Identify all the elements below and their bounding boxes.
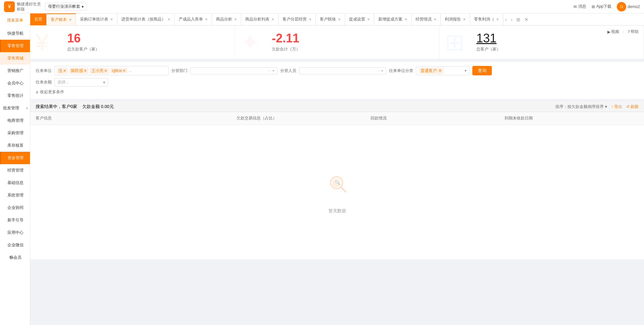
sidebar-search: 搜索菜单 bbox=[0, 13, 30, 27]
staff-actions: ··· ▾ bbox=[377, 69, 383, 73]
search-result-bar: 搜索结果中，客户0家 欠款金额 0.00元 排序：按欠款金额倒序排序 ▾ ↑ 导… bbox=[30, 102, 644, 112]
user-menu[interactable]: D demo2 bbox=[617, 2, 640, 11]
sidebar-item-retail-stat[interactable]: 零售统计 bbox=[0, 89, 30, 102]
tab-customer-book[interactable]: 客户账本 ✕ bbox=[47, 13, 76, 26]
chevron-down-icon-unitclass: ▾ bbox=[465, 68, 467, 73]
sidebar-item-enterprise[interactable]: 企业协同 bbox=[0, 202, 30, 214]
export-button[interactable]: ↑ 导出 bbox=[611, 104, 622, 110]
dept-clear-icon[interactable]: ··· bbox=[268, 69, 271, 73]
avatar: D bbox=[617, 2, 626, 11]
filter-tag-close-3[interactable]: ✕ bbox=[104, 69, 107, 73]
table-header: 客户信息 欠款交易信息（占比） 回款情况 到期未收款日期 bbox=[30, 112, 644, 125]
refresh-button[interactable]: ↺ 刷新 bbox=[626, 104, 639, 110]
sidebar-item-app-center[interactable]: 应用中心 bbox=[0, 226, 30, 239]
sidebar-item-marketing[interactable]: 营销推广 bbox=[0, 65, 30, 77]
tab-close-cost-in[interactable]: ✕ bbox=[205, 17, 208, 21]
tab-close-retail-profit[interactable]: ✕ bbox=[496, 17, 499, 21]
filter-tag-4: cjttcw ✕ bbox=[110, 68, 127, 73]
staff-more-icon[interactable]: ··· bbox=[377, 69, 380, 73]
tab-new-prompt-plan[interactable]: 新增提成方案 ✕ bbox=[374, 13, 412, 26]
sidebar-item-retail-shop[interactable]: 零售商城 bbox=[0, 52, 30, 65]
sidebar-item-wholesale[interactable]: 批发管理 ▾ bbox=[0, 102, 30, 114]
tab-product-analysis[interactable]: 商品分析 ✕ bbox=[212, 13, 241, 26]
tab-customer-link[interactable]: 客户联络 ✕ bbox=[316, 13, 345, 26]
tab-close-profit-report[interactable]: ✕ bbox=[463, 17, 466, 21]
filter-tag-close-1[interactable]: ✕ bbox=[63, 69, 66, 73]
svg-text:🔍: 🔍 bbox=[335, 180, 341, 185]
tab-scroll-left[interactable]: ‹ bbox=[503, 17, 509, 22]
sidebar-item-new-guide[interactable]: 新手引导 bbox=[0, 214, 30, 226]
tab-close-new-prompt-plan[interactable]: ✕ bbox=[404, 17, 407, 21]
filter-tag-3: 王小亮 ✕ bbox=[90, 68, 109, 74]
tab-close-all[interactable]: ✕ bbox=[522, 17, 530, 22]
org-select[interactable]: 母婴行业演示帐套 ▾ bbox=[45, 3, 87, 10]
help-icon: ? bbox=[628, 30, 630, 34]
tab-close-customer-tier[interactable]: ✕ bbox=[309, 17, 311, 21]
sort-select[interactable]: 排序：按欠款金额倒序排序 ▾ bbox=[555, 104, 607, 110]
tab-expand[interactable]: ⊞ bbox=[514, 17, 522, 22]
table-body: 🔍 暂无数据 bbox=[30, 125, 644, 259]
collapse-button[interactable]: ∧ 收起更多条件 bbox=[36, 89, 639, 95]
tab-close-stock-stat-product[interactable]: ✕ bbox=[168, 17, 170, 21]
tab-close-prompt-settings[interactable]: ✕ bbox=[367, 17, 370, 21]
sidebar-item-operation[interactable]: 经营管理 bbox=[0, 164, 30, 177]
unit-class-tag: 普通客户 ✕ bbox=[419, 68, 443, 74]
dept-label: 分管部门 bbox=[171, 68, 187, 74]
staff-dropdown[interactable]: ··· ▾ bbox=[299, 67, 386, 74]
sidebar-item-retail-mgmt[interactable]: 零售管理 bbox=[0, 40, 30, 52]
unit-class-tag-close[interactable]: ✕ bbox=[438, 68, 442, 73]
app-download-button[interactable]: ⊞ App下载 bbox=[592, 4, 611, 9]
sidebar-item-finance[interactable]: 资金管理 bbox=[0, 152, 30, 164]
sidebar-item-vip[interactable]: 畅会员 bbox=[0, 251, 30, 264]
tab-product-analysis-list[interactable]: 商品分析列表 ✕ bbox=[241, 13, 278, 26]
empty-text: 暂无数据 bbox=[329, 208, 346, 214]
search-menu-button[interactable]: 搜索菜单 bbox=[3, 16, 27, 25]
sidebar-item-ecommerce[interactable]: 电商管理 bbox=[0, 114, 30, 127]
sidebar-item-basic-info[interactable]: 基础信息 bbox=[0, 177, 30, 189]
sidebar-item-inventory[interactable]: 库存核算 bbox=[0, 139, 30, 152]
owner-unit-label: 往来单位 bbox=[36, 68, 52, 74]
divider bbox=[623, 30, 624, 34]
unit-class-dropdown[interactable]: 普通客户 ✕ ▾ bbox=[416, 66, 470, 75]
sidebar-item-purchase[interactable]: 采购管理 bbox=[0, 127, 30, 139]
empty-state: 🔍 暂无数据 bbox=[317, 150, 357, 234]
col-customer-info: 客户信息 bbox=[36, 115, 237, 121]
sidebar-item-quick-nav[interactable]: 快捷导航 bbox=[0, 27, 30, 40]
logo-area: ¥ 畅捷通好生意 标版 bbox=[4, 1, 41, 12]
sidebar-item-sys-mgmt[interactable]: 系统管理 bbox=[0, 189, 30, 202]
tab-close-purchase-order-stat[interactable]: ✕ bbox=[110, 17, 113, 21]
tab-close-product-analysis-list[interactable]: ✕ bbox=[271, 17, 274, 21]
message-icon: ✉ bbox=[573, 4, 577, 9]
sidebar-item-biz-wechat[interactable]: 企业微信 bbox=[0, 239, 30, 251]
tab-profit-report[interactable]: 利润报告 ✕ bbox=[441, 13, 470, 26]
tab-purchase-order-stat[interactable]: 采购订单统计表 ✕ bbox=[76, 13, 117, 26]
tab-close-product-analysis[interactable]: ✕ bbox=[234, 17, 237, 21]
sidebar-item-member[interactable]: 会员中心 bbox=[0, 77, 30, 89]
col-repayment: 回款情况 bbox=[371, 115, 505, 121]
video-help-button[interactable]: ▶ 视频 bbox=[607, 29, 619, 35]
tab-stock-stat-product[interactable]: 进货单统计表（按商品） ✕ bbox=[117, 13, 175, 26]
message-button[interactable]: ✉ 消息 bbox=[573, 4, 586, 9]
tab-retail-profit[interactable]: 零售利润（ ✕ bbox=[470, 13, 503, 26]
col-due-date: 到期未收款日期 bbox=[505, 115, 639, 121]
tab-close-customer-link[interactable]: ✕ bbox=[338, 17, 341, 21]
tab-close-customer-book[interactable]: ✕ bbox=[69, 18, 72, 22]
help-area: ▶ 视频 ? 帮助 bbox=[607, 29, 639, 35]
sort-label: 排序：按欠款金额倒序排序 bbox=[555, 104, 604, 110]
tab-cost-in[interactable]: 产成品入库单 ✕ bbox=[175, 13, 212, 26]
owner-unit-input[interactable]: 伍 ✕ 陈民强 ✕ 王小亮 ✕ bbox=[54, 66, 169, 75]
dept-dropdown[interactable]: ··· ▾ bbox=[190, 67, 277, 74]
tab-scroll-right[interactable]: › bbox=[509, 17, 515, 22]
tab-prompt-settings[interactable]: 提成设置 ✕ bbox=[345, 13, 374, 26]
filter-tag-close-2[interactable]: ✕ bbox=[84, 69, 87, 73]
help-button[interactable]: ? 帮助 bbox=[628, 29, 639, 35]
tab-customer-tier[interactable]: 客户分层经营 ✕ bbox=[278, 13, 316, 26]
filter-tag-close-4[interactable]: ✕ bbox=[123, 69, 126, 73]
logo-icon: ¥ bbox=[4, 1, 15, 12]
tab-home[interactable]: 首页 bbox=[30, 13, 47, 26]
query-button[interactable]: 查询 bbox=[472, 66, 492, 75]
balance-dropdown[interactable]: 选择... ▾ bbox=[54, 78, 108, 86]
tab-close-operation-status[interactable]: ✕ bbox=[434, 17, 436, 21]
filter-more-tags[interactable]: ... bbox=[129, 68, 132, 73]
tab-operation-status[interactable]: 经营情况 ✕ bbox=[412, 13, 441, 26]
